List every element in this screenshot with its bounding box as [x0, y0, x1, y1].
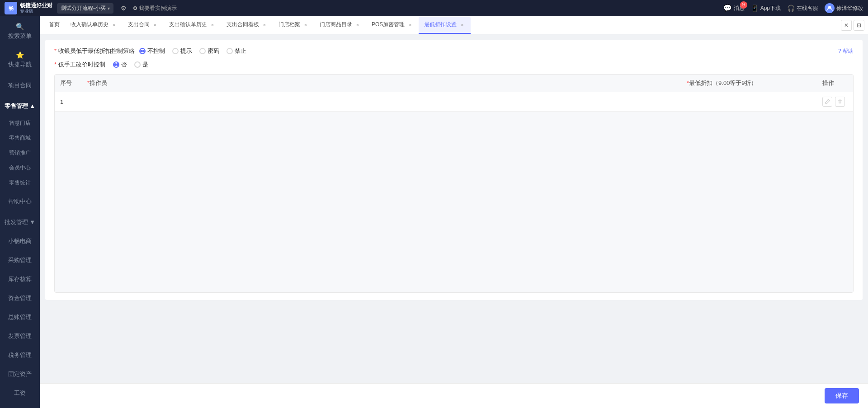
sidebar-item-marketing[interactable]: 营销推广 — [0, 145, 40, 160]
radio-manual-no[interactable]: 否 — [113, 61, 127, 69]
sidebar-item-salary[interactable]: 工资 — [0, 384, 40, 403]
settings-icon-btn[interactable]: ⚙ — [118, 3, 129, 14]
tab-pos-password-label: POS加密管理 — [372, 21, 405, 28]
sidebar-item-help-center[interactable]: 帮助中心 — [0, 192, 40, 211]
message-action[interactable]: 💬 消息 9 — [723, 4, 745, 12]
sidebar-item-purchase[interactable]: 采购管理 — [0, 251, 40, 270]
main-layout: 🔍 搜索菜单 ⭐ 快捷导航 项目合同 零售管理 ▲ 智慧门店 零售商城 营销推广… — [0, 16, 868, 408]
demo-dot-icon — [133, 6, 137, 10]
th-actions: 操作 — [817, 75, 853, 92]
sidebar-item-ecommerce[interactable]: 小畅电商 — [0, 232, 40, 251]
demo-link[interactable]: 我要看实例演示 — [133, 5, 177, 12]
sidebar-bottom: ⚙ — [0, 403, 40, 408]
sidebar-item-retail-mall[interactable]: 零售商城 — [0, 131, 40, 145]
tab-store-product-close[interactable]: × — [354, 22, 361, 28]
sidebar-item-project-contract-label: 项目合同 — [2, 81, 38, 89]
page-content: * 收银员低于最低折扣控制策略 不控制 提示 — [40, 34, 868, 383]
tab-min-discount[interactable]: 最低折扣设置 × — [419, 17, 471, 34]
online-service-label: 在线客服 — [797, 5, 818, 12]
project-arrow: ▾ — [108, 6, 110, 11]
sidebar-item-general-ledger-label: 总账管理 — [2, 313, 38, 321]
sidebar-item-member-center-label: 会员中心 — [2, 164, 38, 172]
radio-manual-no-icon — [113, 61, 119, 68]
tab-store-product[interactable]: 门店商品目录 × — [314, 17, 366, 34]
tab-pos-password-close[interactable]: × — [407, 22, 413, 28]
sidebar-item-tax[interactable]: 税务管理 — [0, 346, 40, 365]
cashier-control-row: * 收银员低于最低折扣控制策略 不控制 提示 — [54, 47, 854, 55]
top-header: 畅 畅捷通好业财 专业版 测试分开流程-小买 ▾ ⚙ 我要看实例演示 💬 消息 … — [0, 0, 868, 16]
tab-bar: 首页 收入确认单历史 × 支出合同 × 支出确认单历史 × 支出合同看板 × 门… — [40, 16, 868, 34]
sidebar-item-quick-nav-label: 快捷导航 — [2, 61, 38, 69]
row-action-edit-btn-1[interactable] — [822, 97, 832, 107]
tab-income-history[interactable]: 收入确认单历史 × — [65, 17, 123, 34]
logo-text: 畅捷通好业财 专业版 — [20, 2, 52, 14]
tab-store-file-label: 门店档案 — [278, 21, 300, 28]
tab-payment-confirm-history-label: 支出确认单历史 — [169, 21, 207, 28]
app-download-action[interactable]: 📱 App下载 — [751, 5, 781, 12]
sidebar-item-retail-stats-label: 零售统计 — [2, 179, 38, 187]
online-service-action[interactable]: 🎧 在线客服 — [787, 5, 818, 12]
radio-remind-icon — [172, 48, 179, 54]
td-operator-1 — [82, 92, 681, 111]
table-header: 序号 *操作员 *最低折扣（9.00等于9折） 操作 — [55, 75, 853, 92]
cashier-control-radio-group: 不控制 提示 密码 禁止 — [139, 47, 246, 55]
tab-payment-contract-board-label: 支出合同看板 — [226, 21, 259, 28]
sidebar-item-help-center-label: 帮助中心 — [2, 197, 38, 206]
sidebar-item-ecommerce-label: 小畅电商 — [2, 237, 38, 245]
tab-payment-confirm-history[interactable]: 支出确认单历史 × — [164, 17, 221, 34]
sidebar-item-fixed-assets[interactable]: 固定资产 — [0, 365, 40, 384]
radio-no-control[interactable]: 不控制 — [139, 47, 165, 55]
tab-store-file-close[interactable]: × — [302, 22, 309, 28]
sidebar-item-finance[interactable]: 资金管理 — [0, 289, 40, 308]
radio-remind[interactable]: 提示 — [172, 47, 192, 55]
sidebar-item-inventory-label: 库存核算 — [2, 275, 38, 283]
table-row: 1 — [55, 92, 853, 112]
tab-payment-contract-close[interactable]: × — [152, 22, 158, 28]
save-button[interactable]: 保存 — [825, 388, 859, 403]
header-left: 畅 畅捷通好业财 专业版 测试分开流程-小买 ▾ ⚙ 我要看实例演示 — [5, 2, 177, 14]
cashier-control-label: * 收银员低于最低折扣控制策略 — [54, 47, 135, 55]
tab-pos-password[interactable]: POS加密管理 × — [366, 17, 419, 34]
tab-close-all-btn[interactable]: ✕ — [841, 20, 852, 31]
tab-min-discount-close[interactable]: × — [459, 22, 465, 28]
help-icon: ? — [838, 48, 841, 54]
tab-maximize-btn[interactable]: ⊡ — [854, 20, 864, 31]
sidebar-item-quick-nav[interactable]: ⭐ 快捷导航 — [0, 46, 40, 74]
tab-home[interactable]: 首页 — [43, 17, 65, 34]
logo-main-text: 畅捷通好业财 — [20, 2, 52, 9]
sidebar-item-retail-stats[interactable]: 零售统计 — [0, 175, 40, 190]
tab-income-history-close[interactable]: × — [111, 22, 117, 28]
tab-payment-confirm-history-close[interactable]: × — [209, 22, 216, 28]
tab-payment-contract[interactable]: 支出合同 × — [123, 17, 164, 34]
sidebar-item-smart-store[interactable]: 智慧门店 — [0, 116, 40, 131]
sidebar-item-salary-label: 工资 — [2, 389, 38, 397]
help-label: 帮助 — [843, 47, 854, 55]
sidebar-item-search[interactable]: 🔍 搜索菜单 — [0, 16, 40, 46]
content-area: 首页 收入确认单历史 × 支出合同 × 支出确认单历史 × 支出合同看板 × 门… — [40, 16, 868, 408]
radio-forbid[interactable]: 禁止 — [226, 47, 246, 55]
radio-manual-yes[interactable]: 是 — [134, 61, 148, 69]
user-area[interactable]: 徐泽华修改 — [825, 3, 863, 13]
sidebar-item-retail[interactable]: 零售管理 ▲ — [0, 97, 40, 116]
sidebar-item-purchase-label: 采购管理 — [2, 256, 38, 264]
radio-password[interactable]: 密码 — [199, 47, 219, 55]
sidebar-item-wholesale[interactable]: 批发管理 ▼ — [0, 213, 40, 232]
sidebar-item-inventory[interactable]: 库存核算 — [0, 270, 40, 289]
tab-payment-contract-board[interactable]: 支出合同看板 × — [221, 17, 273, 34]
app-download-label: App下载 — [760, 5, 781, 12]
header-right: 💬 消息 9 📱 App下载 🎧 在线客服 徐泽华修改 — [723, 3, 863, 13]
radio-password-icon — [199, 48, 206, 54]
help-link[interactable]: ? 帮助 — [838, 47, 854, 55]
logo-sub-text: 专业版 — [20, 9, 52, 14]
project-selector[interactable]: 测试分开流程-小买 ▾ — [57, 3, 113, 14]
sidebar-item-invoice[interactable]: 发票管理 — [0, 327, 40, 346]
tab-store-file[interactable]: 门店档案 × — [273, 17, 314, 34]
sidebar-item-project-contract[interactable]: 项目合同 — [0, 76, 40, 95]
row-action-delete-btn-1[interactable] — [835, 97, 845, 107]
sidebar-item-member-center[interactable]: 会员中心 — [0, 160, 40, 175]
manual-price-row: * 仅手工改价时控制 否 是 — [54, 61, 854, 69]
th-operator: *操作员 — [82, 75, 681, 92]
sidebar-item-tax-label: 税务管理 — [2, 351, 38, 359]
sidebar-item-general-ledger[interactable]: 总账管理 — [0, 308, 40, 327]
tab-payment-contract-board-close[interactable]: × — [261, 22, 268, 28]
